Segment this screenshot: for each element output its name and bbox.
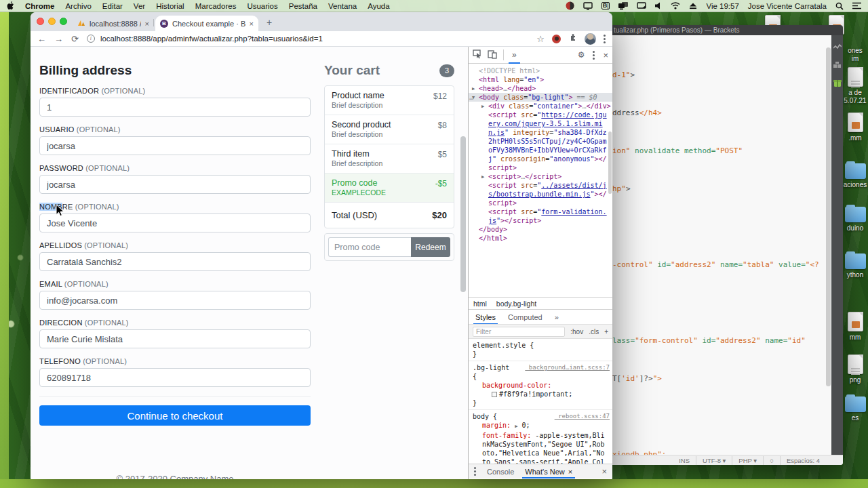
- css-value[interactable]: 0;: [521, 422, 530, 429]
- dom-node-row[interactable]: … ▼ <body class="bg-light"> == $0: [469, 93, 612, 102]
- statusbar-item[interactable]: INS: [673, 456, 696, 465]
- tab-checkout-example[interactable]: B Checkout example · Bootstrap ×: [155, 16, 258, 31]
- more-panels-icon[interactable]: »: [510, 50, 519, 60]
- field-input[interactable]: [39, 136, 311, 155]
- menu-item[interactable]: Editar: [102, 2, 123, 10]
- menu-item[interactable]: Ayuda: [368, 2, 389, 10]
- url-input[interactable]: localhost:8888/app/adminfw/actualizar.ph…: [100, 35, 528, 43]
- brackets-code-editor[interactable]: d-1"> ddress</h4> ion" novalidate method…: [612, 42, 825, 455]
- close-whats-new-icon[interactable]: ×: [568, 468, 572, 476]
- devtools-close-icon[interactable]: ×: [603, 50, 608, 60]
- new-style-rule-button[interactable]: +: [604, 328, 608, 336]
- inspect-element-icon[interactable]: [473, 49, 481, 60]
- dom-node-row[interactable]: <script src="../assets/dist/js/bootstrap…: [469, 181, 612, 207]
- forward-icon[interactable]: →: [54, 35, 63, 43]
- breadcrumb[interactable]: html: [469, 300, 492, 308]
- zoom-window-button[interactable]: [60, 18, 67, 25]
- field-input[interactable]: [39, 329, 311, 348]
- css-property[interactable]: font-family:: [482, 432, 531, 439]
- menu-bar-user[interactable]: Jose Vicente Carratala: [748, 2, 827, 10]
- statusbar-item[interactable]: ○: [763, 456, 780, 465]
- menu-item[interactable]: Archivo: [65, 2, 91, 10]
- display-icon[interactable]: [583, 2, 593, 10]
- promo-code-input[interactable]: [328, 237, 411, 257]
- extension-icon-red[interactable]: [552, 35, 561, 43]
- profile-avatar[interactable]: [585, 33, 596, 45]
- menu-item[interactable]: Pestaña: [289, 2, 317, 10]
- site-info-icon[interactable]: i: [87, 35, 95, 43]
- close-tab-icon[interactable]: ×: [145, 20, 149, 28]
- dom-node-row[interactable]: <script src="https://code.jquery.com/jqu…: [469, 110, 612, 172]
- tab-computed[interactable]: Computed: [508, 313, 542, 321]
- field-input[interactable]: [39, 252, 311, 271]
- menu-item[interactable]: Marcadores: [195, 2, 237, 10]
- toggle-class-button[interactable]: .cls: [589, 328, 599, 336]
- redeem-button[interactable]: Redeem: [411, 237, 450, 257]
- field-input[interactable]: [39, 98, 311, 117]
- chrome-menu-icon[interactable]: [604, 35, 606, 37]
- devtools-tree-scrollbar[interactable]: [608, 131, 612, 194]
- dom-node-row[interactable]: ▶ <head>…</head>: [469, 84, 612, 93]
- style-rule-body[interactable]: _reboot.scss:47 body { margin: ▶ 0; font…: [469, 410, 612, 464]
- dom-node-row[interactable]: ▶ <script>…</script>: [469, 172, 612, 181]
- field-input[interactable]: [39, 175, 311, 194]
- style-rule-element[interactable]: element.style { }: [469, 339, 612, 361]
- minimize-window-button[interactable]: [48, 18, 56, 25]
- menu-item[interactable]: Ventana: [328, 2, 357, 10]
- extension-update-icon[interactable]: [833, 77, 842, 89]
- extension-manager-icon[interactable]: [833, 59, 842, 71]
- rule-source-link[interactable]: _reboot.scss:47: [555, 412, 610, 421]
- color-swatch[interactable]: [492, 392, 497, 397]
- new-tab-button[interactable]: +: [267, 18, 272, 27]
- devtools-settings-gear-icon[interactable]: ⚙: [578, 50, 585, 60]
- page-scrollbar[interactable]: [460, 136, 466, 292]
- dom-node-row[interactable]: <html lang="en">: [469, 75, 612, 84]
- statusbar-item[interactable]: UTF-8 ▾: [696, 456, 732, 465]
- bookmark-star-icon[interactable]: ☆: [536, 34, 545, 44]
- styles-filter-input[interactable]: Filter: [473, 327, 565, 337]
- dom-node-row[interactable]: <script src="form-validation.js"></scrip…: [469, 207, 612, 225]
- keyboard-input-icon[interactable]: B|: [601, 2, 610, 9]
- dom-node-row[interactable]: <!DOCTYPE html>: [469, 66, 612, 75]
- menu-item[interactable]: Usuarios: [247, 2, 277, 10]
- close-tab-icon[interactable]: ×: [250, 20, 254, 28]
- devtools-menu-icon[interactable]: [593, 51, 595, 53]
- menu-item[interactable]: Historial: [156, 2, 184, 10]
- notification-center-icon[interactable]: [852, 2, 861, 9]
- reload-icon[interactable]: ⟳: [71, 35, 79, 43]
- live-preview-icon[interactable]: [833, 41, 842, 53]
- drawer-menu-icon[interactable]: [474, 467, 476, 469]
- field-input[interactable]: [39, 291, 311, 310]
- wifi-icon[interactable]: [671, 2, 680, 9]
- field-input[interactable]: [39, 214, 311, 232]
- active-app-name[interactable]: Chrome: [25, 2, 54, 10]
- style-rule-bg-light[interactable]: _background…iant.scss:7 .bg-light { back…: [469, 361, 612, 410]
- close-drawer-icon[interactable]: ×: [601, 466, 607, 476]
- statusbar-item[interactable]: Espacios: 4: [780, 456, 826, 465]
- device-toolbar-icon[interactable]: [488, 50, 497, 60]
- spotlight-search-icon[interactable]: [835, 2, 844, 10]
- screen-mirroring-icon[interactable]: [637, 2, 646, 10]
- dom-node-row[interactable]: </html>: [469, 234, 612, 243]
- tab-styles[interactable]: Styles: [475, 313, 496, 321]
- close-window-button[interactable]: [37, 18, 44, 25]
- breadcrumb[interactable]: body.bg-light: [492, 300, 541, 308]
- more-tabs-icon[interactable]: »: [555, 313, 559, 321]
- expand-arrow-icon[interactable]: ▶: [515, 424, 517, 429]
- toggle-hover-state-button[interactable]: :hov: [570, 328, 583, 336]
- displays-stack-icon[interactable]: [618, 2, 628, 10]
- back-icon[interactable]: ←: [37, 35, 46, 43]
- apple-menu-icon[interactable]: [7, 1, 14, 10]
- menu-bar-clock[interactable]: Vie 19:57: [706, 2, 738, 10]
- recording-status-icon[interactable]: [566, 1, 574, 10]
- css-property[interactable]: background-color:: [482, 382, 551, 389]
- field-input[interactable]: [39, 368, 311, 387]
- statusbar-item[interactable]: PHP ▾: [732, 456, 763, 465]
- drawer-tab-console[interactable]: Console: [487, 468, 514, 476]
- brackets-scrollbar[interactable]: [826, 39, 831, 451]
- extension-puzzle-icon[interactable]: [568, 33, 577, 45]
- menu-item[interactable]: Ver: [134, 2, 145, 10]
- dom-node-row[interactable]: </body>: [469, 225, 612, 234]
- dom-node-row[interactable]: ▶ <div class="container">…</div>: [469, 102, 612, 110]
- drawer-tab-whats-new[interactable]: What's New ×: [525, 468, 572, 476]
